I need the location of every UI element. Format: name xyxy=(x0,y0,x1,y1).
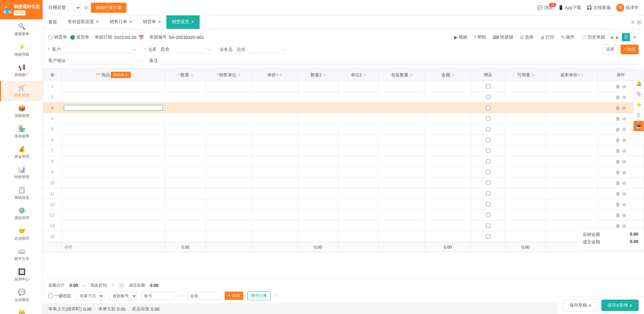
qty-cell-5[interactable] xyxy=(165,124,206,135)
qty2-input-9[interactable] xyxy=(300,170,336,175)
header-gear-icon[interactable]: ⚙ xyxy=(84,5,88,10)
qty2-cell-9[interactable] xyxy=(298,167,338,178)
copy-row-btn-1[interactable]: ⊕ xyxy=(622,84,626,89)
cost-cell-4[interactable] xyxy=(546,113,598,124)
expense-question-icon[interactable]: ? xyxy=(275,293,277,298)
cost-input-1[interactable] xyxy=(548,84,596,89)
sidebar-item-inventory[interactable]: 🏪 库存核算 xyxy=(0,122,43,142)
save-draft-btn[interactable]: 保存草稿 ∧ xyxy=(563,299,598,311)
qty2-input-11[interactable] xyxy=(300,191,336,196)
message-badge[interactable]: 💬 消息 70 xyxy=(537,5,553,11)
price-cell-3[interactable] xyxy=(252,103,298,113)
add-row-btn-3[interactable]: + xyxy=(51,105,54,111)
avail-input-7[interactable] xyxy=(507,148,543,153)
pack-cell-9[interactable] xyxy=(379,167,425,178)
unit-cell-9[interactable] xyxy=(206,167,252,178)
cost-cell-13[interactable] xyxy=(546,210,598,221)
avail-cell-1[interactable] xyxy=(505,81,546,92)
qty-input-11[interactable] xyxy=(167,191,203,196)
gift-cell-4[interactable] xyxy=(471,113,505,124)
sidebar-item-member[interactable]: 👑 畅会员 xyxy=(0,306,43,314)
qty-cell-6[interactable] xyxy=(165,135,206,145)
product-input-5[interactable] xyxy=(64,127,163,132)
pack-input-6[interactable] xyxy=(381,137,423,142)
price-cell-15[interactable] xyxy=(252,231,298,242)
qty-input-12[interactable] xyxy=(167,202,203,207)
qty-cell-12[interactable] xyxy=(165,199,206,210)
product-cell-13[interactable] xyxy=(62,210,165,221)
cost-input-12[interactable] xyxy=(548,202,596,207)
pack-cell-7[interactable] xyxy=(379,145,425,156)
amount-input-3[interactable] xyxy=(427,105,469,110)
calendar-icon[interactable]: 📅 xyxy=(139,35,144,40)
unit-input-11[interactable] xyxy=(208,191,250,196)
tab-close-sales-return[interactable]: ✕ xyxy=(191,20,194,24)
remark-input[interactable] xyxy=(160,57,639,64)
sidebar-item-shortcut[interactable]: ⚡ 快捷导航 xyxy=(0,40,43,60)
qty2-input-3[interactable] xyxy=(300,105,336,110)
amount-cell-1[interactable] xyxy=(425,81,471,92)
customer-select-dots[interactable]: ··· xyxy=(132,47,136,53)
delete-row-btn-1[interactable]: 🗑 xyxy=(615,84,620,89)
qty2-input-6[interactable] xyxy=(300,137,336,142)
cost-cell-12[interactable] xyxy=(546,199,598,210)
unit2-input-13[interactable] xyxy=(340,212,376,217)
amount-input-9[interactable] xyxy=(427,170,469,175)
unit-cell-5[interactable] xyxy=(206,124,252,135)
price-input-10[interactable] xyxy=(254,180,296,185)
delete-row-btn-13[interactable]: 🗑 xyxy=(615,212,620,218)
amount-input-10[interactable] xyxy=(427,180,469,185)
unit-sort-icon[interactable]: ⇅ xyxy=(238,73,240,77)
unit-cell-12[interactable] xyxy=(206,199,252,210)
unit2-input-4[interactable] xyxy=(340,116,376,121)
gift-cell-5[interactable] xyxy=(471,124,505,135)
avail-cell-13[interactable] xyxy=(505,210,546,221)
tab-sales-return[interactable]: 销货退货✕ xyxy=(166,15,200,29)
cost-cell-8[interactable] xyxy=(546,156,598,167)
copy-row-btn-4[interactable]: ⊕ xyxy=(622,116,626,121)
sidebar-item-marketing[interactable]: 📢 营销推广 xyxy=(0,60,43,81)
sidebar-item-purchase[interactable]: 📦 采购管理 xyxy=(0,101,43,122)
price-input-12[interactable] xyxy=(254,202,296,207)
gift-cell-13[interactable] xyxy=(471,210,505,221)
tab-sales-order[interactable]: 销售订单✕ xyxy=(104,15,138,29)
cost-input-10[interactable] xyxy=(548,180,596,185)
qty-cell-11[interactable] xyxy=(165,188,206,199)
price-input-15[interactable] xyxy=(254,234,296,239)
cost-cell-9[interactable] xyxy=(546,167,598,178)
sidebar-item-operations[interactable]: 📊 经营管理 xyxy=(0,163,43,183)
gift-checkbox-3[interactable] xyxy=(486,106,490,110)
qty2-cell-10[interactable] xyxy=(298,178,338,188)
avail-cell-12[interactable] xyxy=(505,199,546,210)
qty-input-6[interactable] xyxy=(167,137,203,142)
amount-cell-2[interactable] xyxy=(425,92,471,103)
gift-checkbox-1[interactable] xyxy=(486,84,490,88)
price-input-8[interactable] xyxy=(254,159,296,164)
pack-cell-10[interactable] xyxy=(379,178,425,188)
gift-checkbox-10[interactable] xyxy=(486,181,490,185)
pack-cell-5[interactable] xyxy=(379,124,425,135)
unit2-input-3[interactable] xyxy=(340,105,376,110)
unit-cell-15[interactable] xyxy=(206,231,252,242)
right-icon-5[interactable]: 🗓 xyxy=(633,110,644,121)
amount-cell-8[interactable] xyxy=(425,156,471,167)
qty-cell-7[interactable] xyxy=(165,145,206,156)
pack-cell-11[interactable] xyxy=(379,188,425,199)
gift-checkbox-9[interactable] xyxy=(486,170,490,174)
amount-input-13[interactable] xyxy=(427,212,469,217)
product-cell-5[interactable] xyxy=(62,124,165,135)
sidebar-item-apps[interactable]: 🔲 应用中心 xyxy=(0,265,43,285)
unit-input-12[interactable] xyxy=(208,202,250,207)
qty-sort-icon[interactable]: ⇅ xyxy=(191,73,193,77)
unit2-cell-3[interactable] xyxy=(338,103,379,113)
delete-row-btn-6[interactable]: 🗑 xyxy=(615,137,620,143)
qty-cell-13[interactable] xyxy=(165,210,206,221)
avail-cell-7[interactable] xyxy=(505,145,546,156)
pack-input-7[interactable] xyxy=(381,148,423,153)
qty2-input-1[interactable] xyxy=(300,84,336,89)
amount-input-2[interactable] xyxy=(427,95,469,100)
amount-cell-11[interactable] xyxy=(425,188,471,199)
qty-cell-14[interactable] xyxy=(165,221,206,231)
product-input-4[interactable] xyxy=(64,116,163,121)
online-service-action[interactable]: 🎧 在线客服 xyxy=(587,5,611,11)
